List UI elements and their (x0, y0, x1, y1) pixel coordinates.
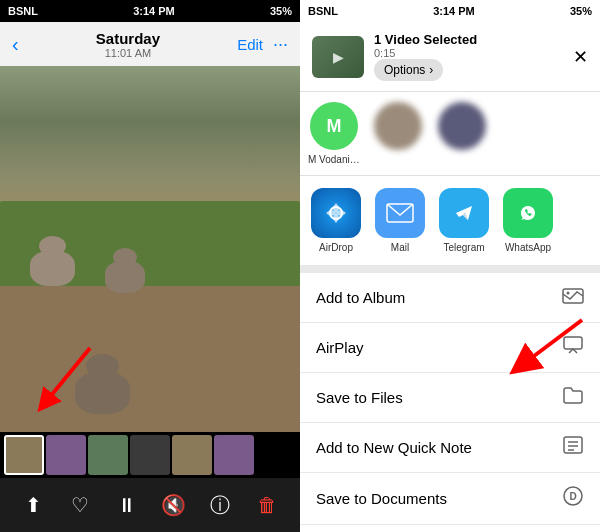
share-info: 1 Video Selected 0:15 Options › (374, 32, 563, 81)
airplay-label: AirPlay (316, 339, 364, 356)
contact-avatar-3 (438, 102, 486, 150)
contact-name-1: M Vodani lp (308, 154, 360, 165)
app-airdrop[interactable]: AirDrop (308, 188, 364, 253)
add-to-album-icon (562, 286, 584, 309)
right-time: 3:14 PM (433, 5, 475, 17)
header-title: Saturday (96, 30, 160, 47)
airdrop-icon (311, 188, 361, 238)
right-carrier: BSNL (308, 5, 338, 17)
edit-button[interactable]: Edit (237, 36, 263, 53)
header-subtitle: 11:01 AM (96, 47, 160, 59)
close-button[interactable]: ✕ (573, 46, 588, 68)
header-center: Saturday 11:01 AM (96, 30, 160, 59)
left-time: 3:14 PM (133, 5, 175, 17)
thumbnail-3[interactable] (88, 435, 128, 475)
video-thumbnail: ▶ (312, 36, 364, 78)
red-arrow-left (30, 338, 110, 422)
delete-button[interactable]: 🗑 (249, 487, 285, 523)
menu-add-quick-note[interactable]: Add to New Quick Note (300, 423, 600, 473)
left-header: ‹ Saturday 11:01 AM Edit ··· (0, 22, 300, 66)
share-header: ▶ 1 Video Selected 0:15 Options › ✕ (300, 22, 600, 92)
back-button[interactable]: ‹ (12, 33, 19, 56)
thumbnail-2[interactable] (46, 435, 86, 475)
left-panel: BSNL 3:14 PM 35% ‹ Saturday 11:01 AM Edi… (0, 0, 300, 532)
bottom-toolbar: ⬆ ♡ ⏸ 🔇 ⓘ 🗑 (0, 478, 300, 532)
mute-button[interactable]: 🔇 (155, 487, 191, 523)
svg-text:D: D (569, 491, 576, 502)
contact-avatar-2 (374, 102, 422, 150)
quick-note-icon (562, 436, 584, 459)
contact-item-2[interactable] (372, 102, 424, 165)
app-whatsapp[interactable]: WhatsApp (500, 188, 556, 253)
right-battery: 35% (570, 5, 592, 17)
right-status-bar: BSNL 3:14 PM 35% (300, 0, 600, 22)
thumbnail-1[interactable] (4, 435, 44, 475)
more-button[interactable]: ··· (273, 34, 288, 55)
favorite-button[interactable]: ♡ (62, 487, 98, 523)
app-mail[interactable]: Mail (372, 188, 428, 253)
airdrop-label: AirDrop (319, 242, 353, 253)
svg-point-7 (567, 292, 570, 295)
svg-line-1 (45, 348, 90, 403)
thumbnail-6[interactable] (214, 435, 254, 475)
add-to-album-label: Add to Album (316, 289, 405, 306)
header-actions: Edit ··· (237, 34, 288, 55)
save-to-files-label: Save to Files (316, 389, 403, 406)
telegram-label: Telegram (443, 242, 484, 253)
contact-item-1[interactable]: M M Vodani lp (308, 102, 360, 165)
whatsapp-icon (503, 188, 553, 238)
thumbnail-strip[interactable] (0, 432, 300, 478)
options-button[interactable]: Options › (374, 59, 443, 81)
telegram-icon (439, 188, 489, 238)
left-carrier: BSNL (8, 5, 38, 17)
app-telegram[interactable]: Telegram (436, 188, 492, 253)
info-button[interactable]: ⓘ (202, 487, 238, 523)
share-title: 1 Video Selected (374, 32, 563, 47)
red-arrow-right (502, 310, 592, 384)
save-to-files-icon (562, 386, 584, 409)
save-to-documents-label: Save to Documents (316, 490, 447, 507)
contacts-row: M M Vodani lp (300, 92, 600, 176)
thumbnail-5[interactable] (172, 435, 212, 475)
share-duration: 0:15 (374, 47, 563, 59)
svg-line-16 (522, 320, 582, 365)
save-to-documents-icon: D (562, 486, 584, 511)
thumbnail-4[interactable] (130, 435, 170, 475)
left-status-bar: BSNL 3:14 PM 35% (0, 0, 300, 22)
contact-item-3[interactable] (436, 102, 488, 165)
whatsapp-label: WhatsApp (505, 242, 551, 253)
mail-icon (375, 188, 425, 238)
mail-label: Mail (391, 242, 409, 253)
play-icon: ▶ (333, 49, 344, 65)
app-icons-row: AirDrop Mail Telegram (300, 176, 600, 273)
right-panel: BSNL 3:14 PM 35% ▶ 1 Video Selected 0:15… (300, 0, 600, 532)
menu-save-to-documents[interactable]: Save to Documents D (300, 473, 600, 525)
left-battery: 35% (270, 5, 292, 17)
contact-avatar-1: M (310, 102, 358, 150)
share-button[interactable]: ⬆ (15, 487, 51, 523)
pause-button[interactable]: ⏸ (109, 487, 145, 523)
add-quick-note-label: Add to New Quick Note (316, 439, 472, 456)
